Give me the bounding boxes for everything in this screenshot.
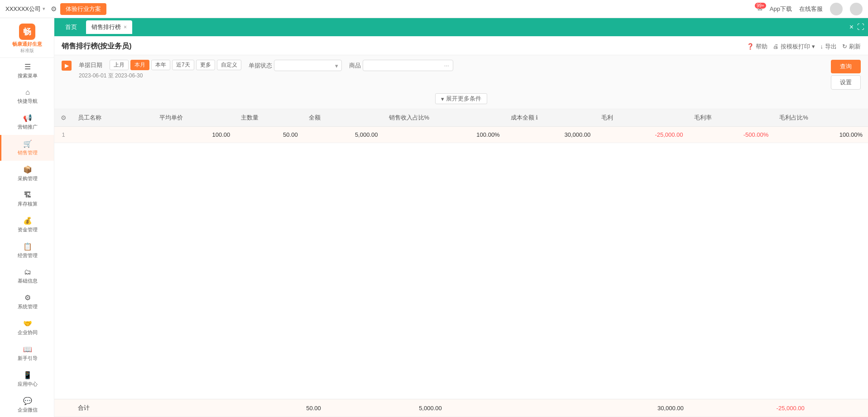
col-profit: 毛利 [596, 109, 688, 127]
date-btn-more[interactable]: 更多 [196, 60, 215, 70]
cell-profit-pct: 100.00% [774, 127, 868, 143]
logo-icon: 畅 [19, 24, 35, 40]
status-select[interactable] [274, 60, 342, 71]
filter-bar: ▶ 单据日期 上月 本月 本年 近7天 更多 自定义 [54, 55, 868, 109]
cell-profit-rate: -500.00% [689, 127, 774, 143]
date-btn-this-year[interactable]: 本年 [151, 60, 170, 70]
tab-bar-right: × ⛶ [849, 23, 864, 31]
page-header: 销售排行榜(按业务员) ❓ 帮助 🖨 按模板打印 ▾ ↓ 导出 [54, 36, 868, 55]
cell-qty: 50.00 [235, 127, 303, 143]
cost-help-icon[interactable]: ℹ [536, 114, 538, 121]
tab-home[interactable]: 首页 [58, 20, 84, 34]
enterprise-icon: 🤝 [23, 319, 32, 328]
date-btn-7days[interactable]: 近7天 [172, 60, 194, 70]
sidebar-item-quick-nav[interactable]: ⌂ 快捷导航 [0, 84, 54, 109]
date-btn-last-month[interactable]: 上月 [110, 60, 129, 70]
sidebar-item-marketing[interactable]: 📢 营销推广 [0, 109, 54, 135]
query-button[interactable]: 查询 [831, 60, 861, 73]
footer-cost: 30,000.00 [568, 399, 689, 417]
date-btn-custom[interactable]: 自定义 [217, 60, 241, 70]
footer-profit-rate [810, 399, 839, 417]
avatar[interactable] [830, 3, 843, 15]
logo-sub: 标准版 [20, 48, 34, 54]
sidebar: 畅 畅康通好生意 标准版 ☰ 搜索菜单 ⌂ 快捷导航 📢 营销推广 🛒 销售管理… [0, 18, 54, 417]
footer-qty: 50.00 [230, 399, 326, 417]
sidebar-item-app-center[interactable]: 📱 应用中心 [0, 366, 54, 392]
col-profit-rate: 毛利率 [689, 109, 774, 127]
app-download-button[interactable]: App下载 [770, 5, 792, 13]
sidebar-item-label: 基础信息 [18, 278, 38, 284]
sidebar-item-label: 企业协同 [18, 329, 38, 336]
window-maximize-icon[interactable]: ⛶ [857, 23, 864, 31]
col-qty: 主数量 [235, 109, 303, 127]
footer-label: 合计 [72, 399, 133, 417]
window-close-icon[interactable]: × [849, 23, 854, 31]
filter-right-buttons: 查询 设置 [831, 60, 861, 90]
tab-label: 销售排行榜 [91, 23, 121, 31]
status-select-wrapper [274, 60, 342, 71]
expand-conditions-button[interactable]: ▾ 展开更多条件 [435, 93, 487, 104]
cell-sales-pct: 100.00% [384, 127, 505, 143]
sidebar-item-base-info[interactable]: 🗂 基础信息 [0, 264, 54, 289]
goods-filter-box[interactable]: ··· [363, 60, 453, 71]
footer-profit-pct [839, 399, 868, 417]
sidebar-item-inventory[interactable]: 🏗 库存核算 [0, 187, 54, 212]
table-header: ⚙ 员工名称 平均单价 主数量 全额 销售收入占比% 成本全额 ℹ 毛利 毛利率… [54, 109, 868, 127]
logo-text: 畅康通好生意 [12, 41, 42, 48]
help-button[interactable]: ❓ 帮助 [747, 43, 767, 51]
filter-settings-button[interactable]: 设置 [831, 75, 861, 90]
page-content: 销售排行榜(按业务员) ❓ 帮助 🖨 按模板打印 ▾ ↓ 导出 [54, 36, 868, 417]
message-button[interactable]: ✉ 99+ [758, 5, 762, 12]
sidebar-item-sales[interactable]: 🛒 销售管理 [0, 135, 54, 161]
sidebar-item-system[interactable]: ⚙ 系统管理 [0, 289, 54, 315]
trial-button[interactable]: 体验行业方案 [60, 3, 106, 15]
sales-icon: 🛒 [23, 139, 32, 148]
sidebar-item-label: 经营管理 [18, 252, 38, 259]
app-center-icon: 📱 [23, 371, 32, 379]
date-filter-label: 单据日期 [79, 61, 102, 69]
filter-toggle-button[interactable]: ▶ [62, 61, 72, 71]
company-name: XXXXXX公司 [5, 5, 41, 13]
goods-ellipsis-icon[interactable]: ··· [444, 62, 449, 69]
tab-close-icon[interactable]: × [124, 24, 127, 30]
date-options: 上月 本月 本年 近7天 更多 自定义 [110, 60, 241, 70]
expand-row: ▾ 展开更多条件 [62, 93, 861, 104]
table-container: ⚙ 员工名称 平均单价 主数量 全额 销售收入占比% 成本全额 ℹ 毛利 毛利率… [54, 109, 868, 399]
tab-bar: 首页 销售排行榜 × × ⛶ [54, 18, 868, 36]
sidebar-item-finance[interactable]: 💰 资金管理 [0, 212, 54, 238]
table-settings-icon[interactable]: ⚙ [61, 114, 67, 121]
export-button[interactable]: ↓ 导出 [820, 43, 837, 51]
print-chevron-icon: ▾ [812, 43, 815, 50]
settings-icon[interactable]: ⚙ [51, 5, 57, 13]
sidebar-item-purchase[interactable]: 📦 采购管理 [0, 161, 54, 187]
filter-row-date: 单据日期 上月 本月 本年 近7天 更多 自定义 [79, 60, 241, 70]
sidebar-logo: 畅 畅康通好生意 标准版 [0, 18, 54, 58]
online-service-button[interactable]: 在线客服 [799, 5, 823, 13]
sidebar-item-enterprise[interactable]: 🤝 企业协同 [0, 315, 54, 340]
refresh-button[interactable]: ↻ 刷新 [842, 43, 861, 51]
sidebar-item-wechat[interactable]: 💬 企业微信 [0, 392, 54, 417]
guide-icon: 📖 [23, 345, 32, 354]
sidebar-item-label: 营销推广 [18, 124, 38, 130]
goods-filter-label: 商品 [349, 62, 361, 70]
table-footer: 合计 50.00 5,000.00 30,000.00 -25,000.00 [54, 399, 868, 417]
filter-goods: 商品 ··· [349, 60, 453, 71]
col-settings[interactable]: ⚙ [54, 109, 72, 127]
col-amount: 全额 [303, 109, 384, 127]
search-orders-icon: ☰ [24, 62, 31, 71]
footer-row: 合计 50.00 5,000.00 30,000.00 -25,000.00 [54, 399, 868, 417]
inventory-icon: 🏗 [24, 191, 31, 199]
sidebar-item-operations[interactable]: 📋 经营管理 [0, 238, 54, 264]
tab-sales-ranking[interactable]: 销售排行榜 × [86, 20, 132, 34]
company-selector[interactable]: XXXXXX公司 ▾ [5, 5, 45, 13]
date-btn-this-month[interactable]: 本月 [130, 60, 149, 70]
print-button[interactable]: 🖨 按模板打印 ▾ [773, 43, 815, 51]
table-body: 1 100.00 50.00 5,000.00 100.00% 30,000.0… [54, 127, 868, 143]
filter-status: 单据状态 [249, 60, 342, 71]
sidebar-item-label: 企业微信 [18, 407, 38, 413]
sidebar-item-search-orders[interactable]: ☰ 搜索菜单 [0, 58, 54, 84]
sidebar-item-guide[interactable]: 📖 新手引导 [0, 340, 54, 366]
table-row: 1 100.00 50.00 5,000.00 100.00% 30,000.0… [54, 127, 868, 143]
status-filter-label: 单据状态 [249, 62, 272, 70]
company-chevron-icon: ▾ [43, 6, 45, 12]
